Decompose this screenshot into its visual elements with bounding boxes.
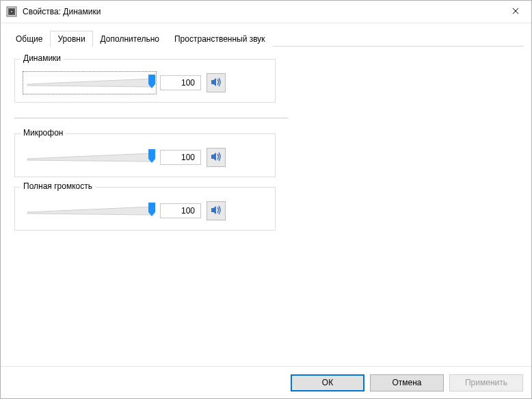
group-microphone-label: Микрофон: [21, 128, 66, 138]
slider-thumb-icon: [148, 203, 155, 216]
properties-dialog: Свойства: Динамики Общие Уровни Дополнит…: [0, 0, 532, 399]
mute-microphone-button[interactable]: [207, 148, 226, 167]
close-icon: [512, 7, 519, 16]
ok-button[interactable]: ОК: [291, 374, 364, 391]
slider-microphone[interactable]: [25, 148, 155, 167]
separator: [14, 118, 288, 118]
value-full-volume[interactable]: 100: [160, 203, 201, 218]
mute-speakers-button[interactable]: [207, 73, 226, 92]
tabstrip: Общие Уровни Дополнительно Пространствен…: [1, 23, 531, 47]
svg-marker-5: [27, 153, 152, 162]
window-title: Свойства: Динамики: [23, 7, 500, 16]
group-speakers-label: Динамики: [21, 53, 64, 63]
tab-general[interactable]: Общие: [8, 31, 50, 47]
tab-levels[interactable]: Уровни: [50, 31, 92, 47]
slider-track-icon: [25, 149, 155, 166]
tab-spatial-sound[interactable]: Пространственный звук: [167, 31, 273, 47]
slider-full-volume[interactable]: [25, 201, 155, 220]
slider-thumb-icon: [148, 75, 155, 88]
slider-thumb-icon: [148, 149, 155, 163]
tab-advanced[interactable]: Дополнительно: [93, 31, 167, 47]
group-full-volume: Полная громкость 100: [14, 187, 276, 231]
dialog-footer: ОК Отмена Применить: [1, 366, 531, 398]
group-full-volume-label: Полная громкость: [21, 181, 95, 191]
group-microphone: Микрофон 100: [14, 133, 276, 177]
svg-marker-4: [27, 79, 152, 87]
value-speakers[interactable]: 100: [160, 75, 201, 90]
speaker-icon: [210, 76, 222, 90]
apply-button: Применить: [449, 374, 523, 391]
titlebar: Свойства: Динамики: [1, 1, 531, 23]
app-icon: [6, 6, 17, 17]
svg-point-3: [11, 11, 13, 13]
group-speakers: Динамики 100: [14, 59, 276, 103]
speaker-icon: [210, 151, 222, 165]
value-microphone[interactable]: 100: [160, 150, 201, 165]
svg-marker-6: [27, 207, 152, 215]
mute-full-volume-button[interactable]: [207, 201, 226, 220]
cancel-button[interactable]: Отмена: [370, 374, 444, 391]
tab-content-levels: Динамики 100: [1, 47, 531, 366]
slider-track-icon: [25, 75, 155, 91]
speaker-icon: [210, 204, 222, 218]
slider-track-icon: [25, 203, 155, 219]
close-button[interactable]: [500, 1, 531, 23]
slider-speakers[interactable]: [25, 73, 155, 92]
